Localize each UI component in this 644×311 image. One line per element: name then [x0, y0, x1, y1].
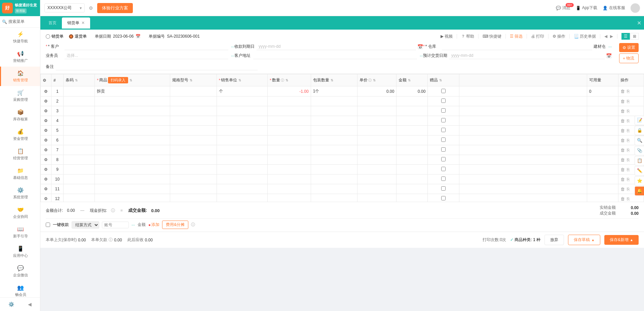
tab-sales-order[interactable]: 销货单 ✕ — [62, 17, 90, 29]
sidebar-item-system[interactable]: ⚙️ 系统管理 — [0, 184, 40, 203]
credit-help-icon[interactable]: ⓘ — [109, 237, 113, 243]
copy-icon-9[interactable]: ⎘ — [627, 167, 630, 172]
sidebar-item-guide[interactable]: 📖 新手引导 — [0, 223, 40, 242]
abandon-button[interactable]: 放弃 — [544, 235, 564, 245]
delete-icon-9[interactable]: 🗑 — [620, 167, 625, 172]
gift-checkbox-3[interactable] — [441, 108, 446, 113]
video-btn[interactable]: ▶ 视频 — [441, 34, 453, 39]
delete-icon-1[interactable]: 🗑 — [620, 89, 625, 94]
sidebar-item-finance[interactable]: 💰 资金管理 — [0, 125, 40, 145]
calc-method-select[interactable]: 结算方式 — [72, 221, 99, 229]
gift-checkbox-1[interactable] — [441, 89, 446, 93]
expected-date-input[interactable] — [449, 52, 605, 59]
gift-checkbox-10[interactable] — [441, 177, 446, 181]
customer-input[interactable] — [65, 43, 228, 50]
fee-help-icon[interactable]: ⓘ — [191, 222, 195, 228]
delete-icon-2[interactable]: 🗑 — [620, 99, 625, 104]
sidebar-settings-btn[interactable]: ⚙️ — [7, 300, 15, 308]
trial-plan-button[interactable]: 体验行业方案 — [97, 3, 133, 13]
delete-icon-6[interactable]: 🗑 — [620, 138, 625, 143]
close-tab-btn[interactable]: ✕ — [637, 20, 641, 26]
delete-icon-3[interactable]: 🗑 — [620, 109, 625, 114]
app-download-button[interactable]: 📱 App下载 — [576, 5, 597, 11]
delete-icon-4[interactable]: 🗑 — [620, 118, 625, 123]
expected-date-calendar-icon[interactable]: 📅 — [606, 53, 612, 59]
prev-icon[interactable]: ◀ — [604, 34, 607, 39]
user-avatar[interactable] — [631, 3, 640, 13]
sidebar-item-appstore[interactable]: 📱 应用中心 — [0, 242, 40, 262]
copy-icon-2[interactable]: ⎘ — [627, 99, 630, 104]
float-lock-btn[interactable]: 🔒 — [635, 126, 644, 135]
add-payment-btn[interactable]: ● 添加 — [148, 222, 159, 228]
filter-btn[interactable]: ☰ 筛选 — [510, 34, 523, 39]
copy-icon-8[interactable]: ⎘ — [627, 157, 630, 162]
sidebar-search[interactable]: 🔍 搜索菜单 — [0, 16, 40, 28]
copy-icon-4[interactable]: ⎘ — [627, 118, 630, 123]
tab-close-icon[interactable]: ✕ — [81, 21, 85, 25]
float-attach-btn[interactable]: 📎 — [635, 146, 644, 155]
gift-checkbox-4[interactable] — [441, 118, 446, 122]
radio-return-order[interactable]: 退货单 — [69, 34, 87, 39]
float-edit-btn[interactable]: ✏️ — [635, 166, 644, 176]
logistics-action-btn[interactable]: + 物流 — [619, 53, 639, 63]
float-clipboard-btn[interactable]: 📋 — [635, 156, 644, 165]
copy-icon-3[interactable]: ⎘ — [627, 109, 630, 114]
delete-icon-7[interactable]: 🗑 — [620, 148, 625, 153]
calendar-icon[interactable]: 📅 — [136, 34, 141, 39]
remark-input[interactable] — [56, 63, 258, 70]
float-note-btn[interactable]: 📝 — [635, 116, 644, 125]
float-search-btn[interactable]: 🔍 — [635, 136, 644, 145]
discount-help-icon[interactable]: ⓘ — [111, 208, 115, 213]
fee-split-btn[interactable]: 费用&分摊 — [162, 221, 188, 229]
radio-sales-order[interactable]: 销货单 — [46, 34, 64, 39]
sidebar-item-quicknav[interactable]: ⚡ 快捷导航 — [0, 28, 40, 47]
sidebar-item-wecom[interactable]: 💬 企业微信 — [0, 262, 40, 281]
gift-checkbox-5[interactable] — [441, 128, 446, 132]
operation-btn[interactable]: ⚙ 操作 — [553, 34, 565, 39]
save-new-button[interactable]: 保存&新增 ▲ — [604, 235, 639, 245]
receive-date-calendar-icon[interactable]: 📅 — [417, 44, 423, 49]
sidebar-item-purchase[interactable]: 🛒 采购管理 — [0, 86, 40, 106]
help-btn[interactable]: ？ 帮助 — [461, 34, 474, 39]
gift-checkbox-12[interactable] — [441, 196, 446, 200]
copy-icon-7[interactable]: ⎘ — [627, 148, 630, 153]
view-list-btn[interactable]: ☰ — [621, 33, 630, 40]
sidebar-item-inventory[interactable]: 📦 库存核算 — [0, 106, 40, 125]
customer-addr-input[interactable] — [253, 52, 417, 59]
copy-icon-10[interactable]: ⎘ — [627, 177, 630, 182]
gift-checkbox-6[interactable] — [441, 138, 446, 142]
tab-home[interactable]: 首页 — [43, 17, 62, 29]
sidebar-item-management[interactable]: 📋 经营管理 — [0, 145, 40, 164]
delete-icon-5[interactable]: 🗑 — [620, 128, 625, 133]
salesman-input[interactable] — [65, 52, 228, 59]
company-selector[interactable]: XXXXXX公司 ▾ — [44, 3, 85, 12]
warehouse-more-btn[interactable]: ··· — [608, 44, 612, 49]
account-input[interactable] — [102, 222, 129, 228]
delete-icon-10[interactable]: 🗑 — [620, 177, 625, 182]
customer-more-btn[interactable]: ··· — [231, 44, 234, 49]
settings-action-btn[interactable]: ⚙ 设置 — [619, 43, 639, 52]
float-star-btn[interactable]: ⭐ — [635, 176, 644, 186]
receive-date-input[interactable] — [257, 43, 416, 50]
copy-icon-11[interactable]: ⎘ — [627, 187, 630, 192]
float-notify-btn[interactable]: 🔔 — [635, 186, 644, 196]
addr-more-btn[interactable]: ··· — [420, 53, 423, 58]
delete-icon-12[interactable]: 🗑 — [620, 196, 625, 201]
settings-gear-icon[interactable]: ⚙ — [89, 5, 93, 11]
account-more-btn[interactable]: ··· — [131, 223, 135, 227]
gift-checkbox-9[interactable] — [441, 167, 446, 171]
scan-btn[interactable]: 扫码录入 — [108, 77, 128, 83]
message-button[interactable]: 💬 消息 99+ — [556, 5, 570, 11]
sidebar-item-member[interactable]: 👥 畅会员 — [0, 281, 40, 297]
salesman-more-btn[interactable]: ··· — [231, 53, 234, 58]
copy-icon-5[interactable]: ⎘ — [627, 128, 630, 133]
delete-icon-8[interactable]: 🗑 — [620, 157, 625, 162]
gift-checkbox-7[interactable] — [441, 147, 446, 152]
online-service-button[interactable]: 👤 在线客服 — [603, 5, 625, 11]
sidebar-item-marketing[interactable]: 📢 营销推广 — [0, 47, 40, 67]
history-btn[interactable]: 📃 历史单据 — [574, 34, 596, 39]
row-gear-1[interactable]: ⚙ — [41, 86, 51, 96]
next-icon[interactable]: ▶ — [610, 34, 613, 39]
gift-checkbox-8[interactable] — [441, 157, 446, 161]
save-draft-button[interactable]: 保存草稿 ▲ — [568, 235, 600, 245]
